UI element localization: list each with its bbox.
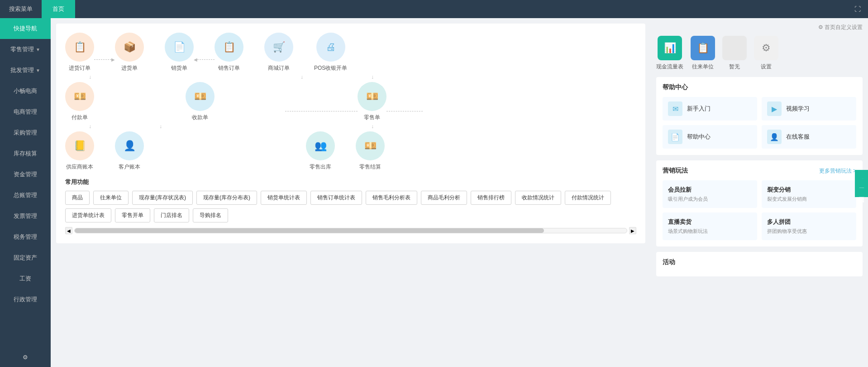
sidebar-item-13[interactable]: 行政管理: [0, 289, 51, 310]
flow-node-lingshou-dan[interactable]: 💴 零售单: [358, 82, 386, 121]
sidebar-item-10[interactable]: 税务管理: [0, 227, 51, 247]
flow-circle: 📋: [215, 33, 243, 62]
quick-icon-item[interactable]: ⚙设置: [754, 36, 778, 71]
scroll-track[interactable]: [74, 228, 627, 233]
common-func-button[interactable]: 收款情况统计: [515, 191, 561, 205]
common-func-button[interactable]: 销货单统计表: [261, 191, 307, 205]
sidebar-item-2[interactable]: 批发管理▼: [0, 60, 51, 81]
flow-node-pos[interactable]: 🖨 POS收银开单: [314, 33, 347, 72]
marketing-more[interactable]: 更多营销玩法 >: [819, 167, 856, 175]
flow-circle: 💴: [356, 131, 385, 160]
scroll-left-btn[interactable]: ◀: [65, 227, 72, 234]
float-button[interactable]: 服务社区: [855, 179, 868, 188]
sidebar-item-6[interactable]: 库存核算: [0, 143, 51, 164]
sidebar-item-0[interactable]: 快捷导航: [0, 18, 51, 39]
common-func-button[interactable]: 商品: [65, 191, 90, 205]
flow-node-xiaohuo-dan[interactable]: 📄 销货单: [165, 33, 194, 72]
sidebar-label: 工资: [19, 275, 31, 283]
quick-icon-box: ⚙: [754, 36, 778, 60]
quick-icon-item[interactable]: 📊现金流量表: [656, 36, 683, 71]
quick-icons-row: 📊现金流量表📋往来单位暂无⚙设置: [656, 36, 863, 71]
marketing-item[interactable]: 直播卖货场景式购物新玩法: [663, 212, 757, 240]
sidebar-label: 发票管理: [14, 212, 37, 220]
common-func-button[interactable]: 销售毛利分析表: [366, 191, 417, 205]
quick-icon-item[interactable]: 📋往来单位: [691, 36, 715, 71]
common-func-button[interactable]: 销售排行榜: [471, 191, 511, 205]
sidebar-item-7[interactable]: 资金管理: [0, 164, 51, 185]
common-func-button[interactable]: 付款情况统计: [565, 191, 611, 205]
common-func-button[interactable]: 现存量(库存状况表): [132, 191, 193, 205]
flow-node-shoukuan-dan[interactable]: 💴 收款单: [186, 82, 215, 121]
sidebar-label: 资金管理: [14, 170, 37, 179]
quick-icon-label: 暂无: [729, 63, 740, 71]
flow-circle: 📄: [165, 33, 194, 62]
sidebar-item-4[interactable]: 电商管理: [0, 101, 51, 122]
flow-node-jinhuo-dan[interactable]: 📦 进货单: [115, 33, 144, 72]
sidebar-label: 采购管理: [14, 129, 37, 137]
marketing-item-desc: 裂变式发展分销商: [767, 196, 851, 203]
common-func-button[interactable]: 销售订单统计表: [310, 191, 362, 205]
sidebar-item-11[interactable]: 固定资产: [0, 247, 51, 268]
right-panel: ⚙ 首页自定义设置 📊现金流量表📋往来单位暂无⚙设置 帮助中心 ✉新手入门▶视频…: [651, 18, 868, 367]
fullscreen-button[interactable]: ⛶: [854, 5, 861, 13]
float-button[interactable]: 桌面快捷: [855, 188, 868, 197]
home-customize[interactable]: ⚙ 首页自定义设置: [656, 24, 863, 31]
flow-node-gongyingshang[interactable]: 📒 供应商账本: [65, 131, 94, 171]
flow-node-jinhuo-dingdan[interactable]: 📋 进货订单: [65, 33, 94, 72]
help-item[interactable]: ▶视频学习: [762, 97, 856, 121]
flow-circle: 📋: [65, 33, 94, 62]
sidebar-item-1[interactable]: 零售管理▼: [0, 39, 51, 60]
quick-icon-item[interactable]: 暂无: [722, 36, 747, 71]
flow-node-lingshou-chuku[interactable]: 👥 零售出库: [306, 131, 335, 171]
search-menu-button[interactable]: 搜索菜单: [0, 0, 42, 18]
flow-label: 零售结算: [359, 163, 381, 171]
sidebar-item-3[interactable]: 小畅电商: [0, 81, 51, 101]
common-func-button[interactable]: 现存量(库存分布表): [196, 191, 257, 205]
quick-icon-box: 📊: [658, 36, 682, 60]
flow-node-kehu-zhangben[interactable]: 👤 客户账本: [115, 131, 144, 171]
sidebar-item-12[interactable]: 工资: [0, 268, 51, 289]
marketing-item[interactable]: 多人拼团拼团购物享受优惠: [762, 212, 856, 240]
scroll-right-btn[interactable]: ▶: [629, 227, 636, 234]
arrow-icon: ▼: [36, 47, 40, 52]
quick-icon-label: 往来单位: [692, 63, 714, 71]
sidebar-label: 批发管理: [10, 66, 34, 74]
sidebar-item-9[interactable]: 发票管理: [0, 206, 51, 227]
top-bar: 搜索菜单 首页 ⛶: [0, 0, 868, 18]
float-button[interactable]: 客服热线: [855, 170, 868, 179]
quick-nav-card: 📋 进货订单 ▶ 📦 进货单: [56, 24, 645, 243]
sidebar-item-5[interactable]: 采购管理: [0, 122, 51, 143]
flow-node-xiaoshou-dingdan[interactable]: 📋 销售订单: [215, 33, 243, 72]
flow-circle: 🛒: [264, 33, 293, 62]
quick-icon-label: 设置: [761, 63, 772, 71]
marketing-item[interactable]: 会员拉新吸引用户成为会员: [663, 180, 757, 208]
help-icon: 📄: [668, 130, 682, 144]
marketing-item-desc: 场景式购物新玩法: [668, 228, 752, 235]
common-func-button[interactable]: 往来单位: [93, 191, 129, 205]
flow-node-shangcheng-dingdan[interactable]: 🛒 商城订单: [264, 33, 293, 72]
common-func-button[interactable]: 零售开单: [115, 208, 150, 222]
flow-circle: 📒: [65, 131, 94, 160]
flow-label: 销售订单: [218, 64, 240, 72]
sidebar-settings[interactable]: ⚙: [0, 348, 51, 367]
common-func-title: 常用功能: [65, 178, 636, 186]
flow-node-lingshou-jiesuan[interactable]: 💴 零售结算: [356, 131, 385, 171]
arrow-icon: ▼: [36, 68, 40, 73]
flow-node-fukuan-dan[interactable]: 💴 付款单: [65, 82, 94, 121]
common-func-button[interactable]: 导购排名: [193, 208, 228, 222]
help-title: 帮助中心: [663, 83, 856, 92]
help-item[interactable]: 👤在线客服: [762, 125, 856, 149]
sidebar-item-8[interactable]: 总账管理: [0, 185, 51, 206]
help-item[interactable]: ✉新手入门: [663, 97, 757, 121]
sidebar-label: 库存核算: [14, 150, 37, 158]
home-tab[interactable]: 首页: [42, 0, 75, 18]
sidebar: 快捷导航零售管理▼批发管理▼小畅电商电商管理采购管理库存核算资金管理总账管理发票…: [0, 18, 51, 367]
common-func-button[interactable]: 进货单统计表: [65, 208, 111, 222]
flow-label: 收款单: [192, 114, 208, 121]
marketing-item[interactable]: 裂变分销裂变式发展分销商: [762, 180, 856, 208]
help-item[interactable]: 📄帮助中心: [663, 125, 757, 149]
common-func-button[interactable]: 门店排名: [154, 208, 189, 222]
flow-label: POS收银开单: [314, 64, 347, 72]
quick-icon-label: 现金流量表: [656, 63, 683, 71]
common-func-button[interactable]: 商品毛利分析: [421, 191, 467, 205]
